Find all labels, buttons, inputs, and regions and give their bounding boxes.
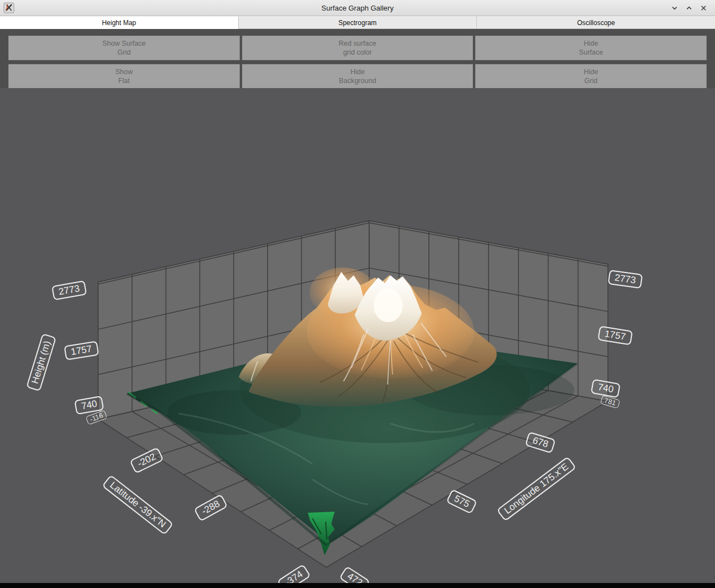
surface-plot-canvas[interactable] [0,88,715,583]
window-shade-button[interactable] [670,3,679,13]
show-surface-grid-button[interactable]: Show SurfaceGrid [8,36,240,60]
tab-bar: Height Map Spectrogram Oscilloscope [0,16,715,29]
hide-grid-button[interactable]: HideGrid [475,64,707,89]
hide-surface-button[interactable]: HideSurface [475,36,707,60]
surface-toolbar: Show SurfaceGrid Red surfacegrid color H… [0,29,715,89]
tab-spectrogram[interactable]: Spectrogram [238,16,477,29]
window-maximize-button[interactable] [684,3,694,13]
window-close-button[interactable] [699,3,708,13]
show-flat-button[interactable]: ShowFlat [8,64,240,89]
surface-plot: 2773 1757 740 Height (m) -116 -202 -288 … [0,0,715,588]
hide-background-button[interactable]: HideBackground [242,64,474,89]
red-surface-grid-color-button[interactable]: Red surfacegrid color [242,36,474,60]
title-bar: Surface Graph Gallery [0,0,715,16]
tab-height-map[interactable]: Height Map [0,16,238,29]
tab-oscilloscope[interactable]: Oscilloscope [476,16,715,29]
window-title: Surface Graph Gallery [0,4,715,12]
